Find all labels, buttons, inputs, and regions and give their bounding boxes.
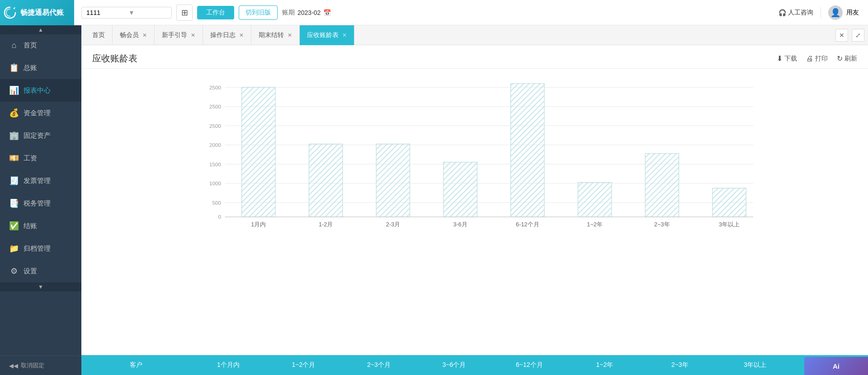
sidebar-item-settings[interactable]: ⚙ 设置 <box>0 260 81 282</box>
sidebar-item-tax[interactable]: 📑 税务管理 <box>0 192 81 215</box>
col-1-2month: 1~2个月 <box>266 361 341 369</box>
account-name: 1111 <box>86 9 125 16</box>
sidebar-item-payroll[interactable]: 💴 工资 <box>0 147 81 169</box>
sidebar-label-settings: 设置 <box>24 267 37 276</box>
col-3-6month: 3~6个月 <box>416 361 491 369</box>
tax-icon: 📑 <box>9 198 19 208</box>
ai-label: Ai <box>833 362 840 370</box>
col-1month: 1个月内 <box>191 361 266 369</box>
refresh-label: 刷新 <box>844 55 857 63</box>
sidebar-label-archive: 归档管理 <box>24 244 51 253</box>
ledger-icon: 📋 <box>9 63 19 73</box>
period-value: 2023-02 <box>297 9 321 16</box>
tab-home-label: 首页 <box>92 31 105 39</box>
workbench-button[interactable]: 工作台 <box>197 6 234 19</box>
headset-icon: 🎧 <box>778 9 786 16</box>
bar-1-2year <box>578 183 611 217</box>
tab-member[interactable]: 畅会员 ✕ <box>113 25 155 45</box>
tab-ar-aging-close[interactable]: ✕ <box>342 32 347 38</box>
payroll-icon: 💴 <box>9 153 19 163</box>
sidebar: ▲ ⌂ 首页 📋 总账 📊 报表中心 💰 资金管理 🏢 固定资产 💴 工资 🧾 … <box>0 25 81 375</box>
col-3plus-year: 3年以上 <box>717 361 793 369</box>
col-2-3year: 2~3年 <box>642 361 717 369</box>
ai-assistant-badge[interactable]: Ai <box>804 357 868 375</box>
service-label: 人工咨询 <box>788 9 813 17</box>
sidebar-label-home: 首页 <box>24 41 37 50</box>
print-button[interactable]: 🖨 打印 <box>806 55 828 63</box>
sidebar-item-checkout[interactable]: ✅ 结账 <box>0 215 81 237</box>
svg-text:2500: 2500 <box>209 84 221 90</box>
chart-container: 2500 2500 2500 2000 1500 1000 500 0 <box>81 69 868 355</box>
tab-guide-close[interactable]: ✕ <box>191 32 195 38</box>
service-button[interactable]: 🎧 人工咨询 <box>778 9 813 17</box>
copy-button[interactable]: ⊞ <box>176 5 193 21</box>
svg-text:0: 0 <box>218 214 222 220</box>
bar-2-3month <box>376 144 410 217</box>
sidebar-label-ledger: 总账 <box>24 64 37 72</box>
sidebar-label-reports: 报表中心 <box>24 86 51 95</box>
sidebar-item-invoice[interactable]: 🧾 发票管理 <box>0 169 81 192</box>
col-customer: 客户 <box>81 361 191 369</box>
period-label: 账期 <box>282 9 295 17</box>
calendar-icon[interactable]: 📅 <box>323 9 331 16</box>
sidebar-item-archive[interactable]: 📁 归档管理 <box>0 237 81 260</box>
sidebar-scroll-up[interactable]: ▲ <box>0 25 81 34</box>
svg-text:1000: 1000 <box>209 180 221 186</box>
tab-member-close[interactable]: ✕ <box>142 32 147 38</box>
sidebar-item-finance[interactable]: 💰 资金管理 <box>0 102 81 124</box>
svg-text:1500: 1500 <box>209 161 221 167</box>
sidebar-item-assets[interactable]: 🏢 固定资产 <box>0 124 81 147</box>
page-actions: ⬇ 下载 🖨 打印 ↻ 刷新 <box>777 54 857 63</box>
svg-text:1~2年: 1~2年 <box>587 221 603 228</box>
assets-icon: 🏢 <box>9 131 19 141</box>
col-6-12month: 6~12个月 <box>492 361 567 369</box>
download-button[interactable]: ⬇ 下载 <box>777 54 797 63</box>
tab-home[interactable]: 首页 <box>85 25 113 45</box>
tab-oplog[interactable]: 操作日志 ✕ <box>203 25 251 45</box>
tab-ar-aging-label: 应收账龄表 <box>307 31 339 39</box>
sidebar-item-ledger[interactable]: 📋 总账 <box>0 56 81 79</box>
switch-version-button[interactable]: 切到旧版 <box>239 5 278 20</box>
close-all-tabs-button[interactable]: ✕ <box>835 29 848 42</box>
tab-period-end-close[interactable]: ✕ <box>288 32 292 38</box>
logo-text: 畅捷通易代账 <box>20 8 64 18</box>
pin-icon: ◀◀ <box>9 362 18 369</box>
finance-icon: 💰 <box>9 108 19 118</box>
svg-text:2500: 2500 <box>209 123 221 129</box>
print-label: 打印 <box>815 55 828 63</box>
content-area: 首页 畅会员 ✕ 新手引导 ✕ 操作日志 ✕ 期末结转 ✕ 应收账龄表 ✕ <box>81 25 868 375</box>
svg-text:3年以上: 3年以上 <box>719 221 740 228</box>
tab-oplog-label: 操作日志 <box>210 31 236 39</box>
reports-icon: 📊 <box>9 85 19 95</box>
cancel-pin-button[interactable]: ◀◀ 取消固定 <box>0 356 81 375</box>
tab-ar-aging[interactable]: 应收账龄表 ✕ <box>300 25 354 45</box>
page-title: 应收账龄表 <box>92 52 137 65</box>
tab-period-end-label: 期末结转 <box>259 31 284 39</box>
dropdown-arrow-icon: ▼ <box>128 9 167 16</box>
svg-text:500: 500 <box>212 200 222 206</box>
tab-oplog-close[interactable]: ✕ <box>239 32 244 38</box>
invoice-icon: 🧾 <box>9 176 19 186</box>
page-header: 应收账龄表 ⬇ 下载 🖨 打印 ↻ 刷新 <box>81 45 868 69</box>
tabs-bar: 首页 畅会员 ✕ 新手引导 ✕ 操作日志 ✕ 期末结转 ✕ 应收账龄表 ✕ <box>81 25 868 45</box>
sidebar-item-home[interactable]: ⌂ 首页 <box>0 34 81 56</box>
account-selector[interactable]: 1111 ▼ <box>81 7 172 19</box>
user-area[interactable]: 👤 用友 <box>828 5 859 20</box>
tab-period-end[interactable]: 期末结转 ✕ <box>251 25 300 45</box>
print-icon: 🖨 <box>806 55 813 63</box>
sidebar-label-invoice: 发票管理 <box>24 177 51 185</box>
sidebar-item-reports[interactable]: 📊 报表中心 <box>0 79 81 102</box>
checkout-icon: ✅ <box>9 221 19 231</box>
expand-tabs-button[interactable]: ⤢ <box>852 29 864 42</box>
tab-guide-label: 新手引导 <box>162 31 187 39</box>
sidebar-scroll-down[interactable]: ▼ <box>0 282 81 291</box>
download-label: 下载 <box>784 55 797 63</box>
refresh-button[interactable]: ↻ 刷新 <box>837 54 857 63</box>
tab-guide[interactable]: 新手引导 ✕ <box>155 25 203 45</box>
chart-wrapper: 2500 2500 2500 2000 1500 1000 500 0 <box>95 78 854 231</box>
user-label: 用友 <box>846 9 859 17</box>
svg-text:2-3月: 2-3月 <box>386 221 400 228</box>
sidebar-label-payroll: 工资 <box>24 154 37 163</box>
refresh-icon: ↻ <box>837 54 843 63</box>
bar-1-2month <box>309 144 342 217</box>
